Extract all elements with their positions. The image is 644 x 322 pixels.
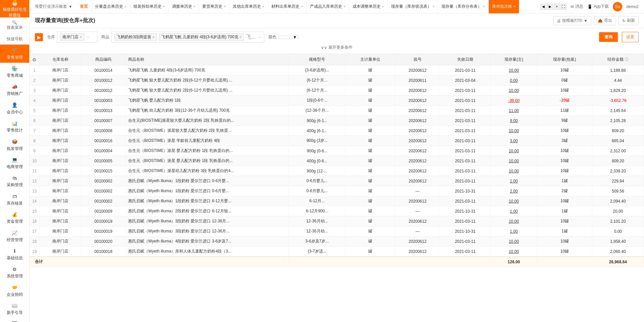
message-btn[interactable]: ✉ 消息: [571, 4, 583, 9]
goods-input[interactable]: 飞鹤奶粉3段两提装 × 飞鹤星飞帆 儿童奶粉 4段(3-6岁适用) 700克 ×…: [111, 32, 264, 43]
sidebar-item-marketing[interactable]: 📣 营销推广: [0, 81, 29, 99]
member-icon: 👤: [1, 102, 28, 109]
row-qty-main-10[interactable]: 10.00: [490, 166, 537, 176]
row-qty-main-3[interactable]: -39.00: [490, 96, 537, 106]
close-tab-11[interactable]: ×: [514, 5, 516, 8]
close-tab-4[interactable]: ×: [224, 5, 226, 8]
sidebar-item-corp[interactable]: 🤝 企业协同: [0, 282, 29, 300]
close-tab-6[interactable]: ×: [301, 5, 303, 8]
dropdown-icon[interactable]: ▼: [68, 4, 72, 9]
row-name-17: 惠氏启赋（Wyeth illuma）4段奶粉 爱尔兰进口 3-6岁及7...: [126, 236, 288, 247]
row-name-11: 惠氏启赋（Wyeth illuma）1段奶粉 爱尔兰进口 0-6月婴...: [126, 176, 288, 186]
sidebar-item-basic[interactable]: ℹ 基础信息: [0, 245, 29, 263]
tab-11[interactable]: 库存批次账 ×: [489, 0, 519, 13]
sidebar-item-finance[interactable]: 💰 资金管理: [0, 209, 29, 227]
tab-fullscreen[interactable]: ⛶: [560, 4, 567, 10]
sidebar-item-retail[interactable]: 🛒 零售管理: [0, 45, 29, 63]
sidebar-item-purchase[interactable]: 🛍 采购管理: [0, 172, 29, 191]
tab-2[interactable]: 组装拆卸单历史 ×: [130, 0, 169, 13]
row-qty-main-5[interactable]: 9.00: [490, 116, 537, 126]
tab-3[interactable]: 调拨单历史 ×: [169, 0, 199, 13]
settings-button[interactable]: 设置: [622, 32, 639, 42]
tab-7[interactable]: 产成品入库单历史 ×: [307, 0, 349, 13]
sidebar-item-biz[interactable]: 📈 经营管理: [0, 227, 29, 245]
print-dropdown-icon: ▼: [584, 18, 588, 23]
print-button[interactable]: 🖨 按模板打印 ▼: [553, 16, 591, 25]
row-qty-main-1[interactable]: 0.00: [490, 75, 537, 86]
sidebar-item-ecommerce[interactable]: 💻 电商管理: [0, 154, 29, 172]
warehouse-input[interactable]: 南岸门店 × ···: [57, 32, 97, 43]
table-row: 6 南岸门店 00100007 合生元(BIOSTIME)派星较大婴儿配方奶粉 …: [30, 116, 644, 126]
row-qty-main-8[interactable]: 10.00: [490, 146, 537, 156]
sidebar-item-search[interactable]: 🔍 搜索菜单: [0, 17, 29, 34]
sidebar-item-member[interactable]: 👤 会员中心: [0, 99, 29, 117]
sidebar-item-quicknav[interactable]: 快捷导航: [0, 34, 29, 45]
row-qty-main-14[interactable]: 1.00: [490, 206, 537, 216]
remove-goods-tag-1[interactable]: ×: [240, 35, 242, 39]
sidebar-item-inventory[interactable]: 🗃 库存核算: [0, 191, 29, 209]
row-index-18: 19: [30, 247, 40, 257]
row-warehouse-13: 南岸门店: [40, 196, 81, 206]
row-qty-main-4[interactable]: 11.00: [490, 106, 537, 116]
row-warehouse-2: 南岸门店: [40, 86, 81, 96]
close-tab-2[interactable]: ×: [163, 5, 165, 8]
tab-prev[interactable]: ◀: [540, 4, 546, 10]
tab-10[interactable]: 现存量（库存分布表） ×: [438, 0, 489, 13]
close-tab-1[interactable]: ×: [124, 5, 126, 8]
tab-5[interactable]: 其他出库单历史 ×: [229, 0, 268, 13]
remove-goods-tag-0[interactable]: ×: [153, 35, 155, 39]
row-qty-main-11[interactable]: 1.00: [490, 176, 537, 186]
app-download-btn[interactable]: 📱 App下载: [587, 4, 609, 9]
export-button[interactable]: 📤 导出: [594, 16, 616, 25]
close-tab-8[interactable]: ×: [382, 5, 384, 8]
close-tab-9[interactable]: ×: [433, 5, 435, 8]
row-index-14: 15: [30, 206, 40, 216]
tab-home[interactable]: 首页: [76, 0, 92, 13]
sidebar-item-guide[interactable]: 📖 新手引导: [0, 300, 29, 318]
row-qty-main-18[interactable]: 10.00: [490, 247, 537, 257]
query-button[interactable]: 查询: [599, 32, 618, 42]
tab-9[interactable]: 现存量（库存状况表） ×: [388, 0, 438, 13]
row-qty-main-9[interactable]: 10.00: [490, 156, 537, 166]
warehouse-label: 仓库: [47, 34, 55, 40]
sidebar-item-retailstat[interactable]: 📊 零售统计: [0, 118, 29, 136]
row-qty-main-15[interactable]: 10.00: [490, 216, 537, 226]
row-qty-main-12[interactable]: 2.00: [490, 186, 537, 196]
row-qty-main-13[interactable]: 10.00: [490, 196, 537, 206]
tab-8[interactable]: 成本调整单历史 ×: [349, 0, 388, 13]
amount-info-icon[interactable]: ⓘ: [625, 57, 629, 62]
sidebar-item-retailshop[interactable]: 🏪 零售商城: [0, 63, 29, 81]
biz-icon: 📈: [1, 230, 28, 236]
close-tab-5[interactable]: ×: [262, 5, 264, 8]
row-qty-main-7[interactable]: 3.00: [490, 136, 537, 146]
row-qty-main-0[interactable]: 10.00: [490, 65, 537, 75]
row-code-5: 00100007: [81, 116, 126, 126]
expand-conditions-btn[interactable]: ∨∨ 展开更多条件: [35, 45, 639, 50]
filter-toggle-btn[interactable]: ▶: [35, 33, 43, 41]
row-qty-main-17[interactable]: 10.00: [490, 236, 537, 247]
sidebar-item-apps[interactable]: 🔲 应用中心: [0, 318, 29, 322]
tab-next[interactable]: ▶: [547, 4, 553, 10]
remove-warehouse-tag-0[interactable]: ×: [80, 35, 82, 39]
tab-close-all[interactable]: ×: [554, 4, 560, 10]
sidebar-item-system[interactable]: ⚙ 系统管理: [0, 264, 29, 282]
page-actions: 🖨 按模板打印 ▼ 📤 导出 ↻ 刷新: [553, 16, 639, 25]
tab-4[interactable]: 要货单历史 ×: [199, 0, 229, 13]
user-avatar[interactable]: Ea: [613, 2, 622, 11]
top-bar: 母婴行业演示账套 ▼ 首页 分量盘点单历史 × 组装拆卸单历史 × 调拨单历史 …: [30, 0, 644, 13]
sidebar-item-wholesale[interactable]: 📦 批发管理: [0, 136, 29, 154]
close-tab-7[interactable]: ×: [343, 5, 345, 8]
row-qty-main-16[interactable]: 1.00: [490, 226, 537, 236]
close-tab-3[interactable]: ×: [194, 5, 196, 8]
close-tab-10[interactable]: ×: [483, 5, 485, 8]
color-selector[interactable]: ▼: [278, 36, 299, 39]
summary-qty-main: 126.00: [490, 257, 537, 267]
table-settings-icon[interactable]: ⚙: [32, 57, 37, 62]
refresh-button[interactable]: ↻ 刷新: [619, 16, 639, 25]
tab-1[interactable]: 分量盘点单历史 ×: [92, 0, 130, 13]
row-qty-main-2[interactable]: 10.00: [490, 86, 537, 96]
row-code-12: 00100002: [81, 186, 126, 196]
row-qty-main-6[interactable]: 10.00: [490, 126, 537, 136]
tab-6[interactable]: 材料出库单历史 ×: [268, 0, 307, 13]
row-warehouse-4: 南岸门店: [40, 106, 81, 116]
